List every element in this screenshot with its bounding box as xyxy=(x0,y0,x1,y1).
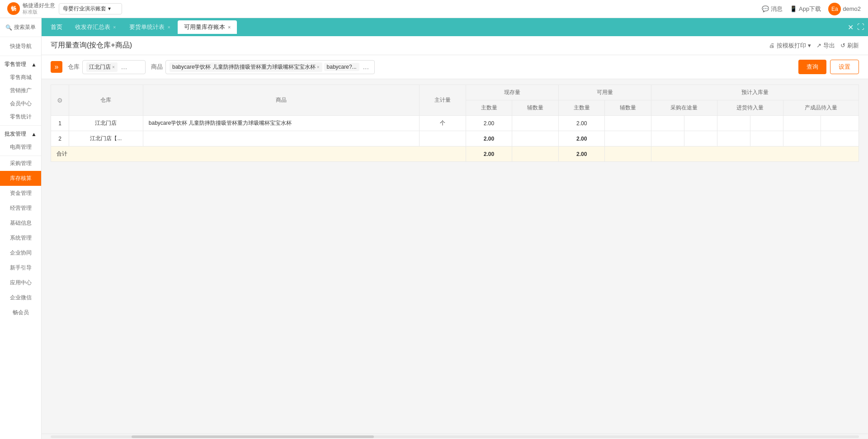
td-index-2: 2 xyxy=(51,131,69,146)
sidebar-item-app-center[interactable]: 应用中心 xyxy=(0,275,41,290)
table-row: 2 江北门店【... 2.00 2.00 xyxy=(51,131,859,146)
sidebar-item-inventory[interactable]: 库存核算 xyxy=(0,171,41,186)
sidebar-item-finance[interactable]: 资金管理 xyxy=(0,186,41,201)
sidebar-item-ecommerce[interactable]: 电商管理 xyxy=(0,141,41,154)
avatar: Ea xyxy=(828,3,841,15)
search-menu-label: 搜索菜单 xyxy=(14,24,36,31)
export-btn[interactable]: ↗ 导出 xyxy=(816,42,835,50)
sidebar-header-retail[interactable]: 零售管理 ▲ xyxy=(0,58,41,71)
top-bar: 畅 畅捷通好生意 标准版 母婴行业演示账套 ▾ 💬 消息 📱 App下载 Ea … xyxy=(0,0,868,18)
td-stock-main-2: 2.00 xyxy=(466,131,512,146)
setting-button[interactable]: 设置 xyxy=(830,60,859,74)
sidebar-item-system[interactable]: 系统管理 xyxy=(0,231,41,245)
scrollbar-area xyxy=(42,434,868,439)
message-icon: 💬 xyxy=(762,5,769,12)
table-footer: 合计 2.00 2.00 xyxy=(51,146,859,162)
th-incoming: 进货待入量 xyxy=(717,100,783,116)
retail-mgmt-label: 零售管理 xyxy=(5,61,26,68)
sidebar-item-members[interactable]: 会员中心 xyxy=(0,97,41,110)
sidebar-item-quick-nav[interactable]: 快捷导航 xyxy=(0,40,41,53)
footer-stock-aux xyxy=(512,146,559,162)
footer-empty xyxy=(651,146,859,162)
expand-filter-btn[interactable]: » xyxy=(51,61,62,73)
user-area[interactable]: Ea demo2 xyxy=(828,3,861,15)
th-group-available: 可用量 xyxy=(558,85,651,100)
refresh-btn[interactable]: ↺ 刷新 xyxy=(840,42,859,50)
footer-avail-main: 2.00 xyxy=(558,146,605,162)
tab-home[interactable]: 首页 xyxy=(45,20,68,34)
data-table: ⚙ 仓库 商品 主计量 现存量 可用量 预计入库量 主数量 辅数量 主数量 辅数… xyxy=(51,85,859,162)
query-button[interactable]: 查询 xyxy=(798,60,826,74)
print-btn[interactable]: 🖨 按模板打印 ▾ xyxy=(769,42,811,50)
top-bar-right: 💬 消息 📱 App下载 Ea demo2 xyxy=(762,3,861,15)
product-tag1: babycare学饮杯 儿童防摔防撞吸管杯重力球吸嘴杯宝宝水杯 × xyxy=(170,62,322,72)
td-unit-1: 个 xyxy=(420,116,466,131)
sidebar-item-new-guide[interactable]: 新手引导 xyxy=(0,260,41,275)
product-filter: 商品 babycare学饮杯 儿童防摔防撞吸管杯重力球吸嘴杯宝宝水杯 × bab… xyxy=(151,60,375,74)
th-production: 产成品待入量 xyxy=(783,100,859,116)
page-header-actions: 🖨 按模板打印 ▾ ↗ 导出 ↺ 刷新 xyxy=(769,42,859,50)
content-area: 首页 收发存汇总表 × 要货单统计表 × 可用量库存账本 × ✕ ⛶ xyxy=(42,18,868,439)
tab-close-receivables[interactable]: × xyxy=(113,24,116,30)
top-bar-left: 畅 畅捷通好生意 标准版 母婴行业演示账套 ▾ xyxy=(7,2,122,15)
footer-label: 合计 xyxy=(51,146,466,162)
warehouse-tag: 江北门店 × xyxy=(86,62,118,72)
th-group-forecast: 预计入库量 xyxy=(651,85,859,100)
td-pur-main-2 xyxy=(684,131,717,146)
horizontal-scrollbar-track[interactable] xyxy=(51,435,859,438)
tab-bar: 首页 收发存汇总表 × 要货单统计表 × 可用量库存账本 × ✕ ⛶ xyxy=(42,18,868,36)
td-inc-aux-1 xyxy=(821,116,859,131)
td-product-2 xyxy=(143,131,419,146)
th-gear[interactable]: ⚙ xyxy=(51,85,69,116)
app-download-btn[interactable]: 📱 App下载 xyxy=(790,5,821,13)
tab-available-stock[interactable]: 可用量库存账本 × xyxy=(178,20,237,34)
quick-nav-label: 快捷导航 xyxy=(10,43,32,49)
chevron-down-icon: ▾ xyxy=(108,5,111,12)
export-label: 导出 xyxy=(823,42,835,50)
sidebar-item-operations[interactable]: 经营管理 xyxy=(0,201,41,216)
tab-bar-right: ✕ ⛶ xyxy=(848,23,864,32)
product-more-icon[interactable]: ... xyxy=(363,63,369,71)
sidebar-section-wholesale: 批发管理 ▲ 电商管理 xyxy=(0,126,41,156)
td-pur-sub-1 xyxy=(651,116,684,131)
th-unit: 主计量 xyxy=(420,85,466,116)
username: demo2 xyxy=(843,5,861,12)
td-pur-aux-2 xyxy=(717,131,750,146)
horizontal-scrollbar-thumb[interactable] xyxy=(132,435,374,438)
store-selector[interactable]: 母婴行业演示账套 ▾ xyxy=(59,3,122,14)
logo-text-area: 畅捷通好生意 标准版 xyxy=(23,2,55,15)
sidebar-item-enterprise[interactable]: 企业协同 xyxy=(0,245,41,260)
sidebar-item-retail-stats[interactable]: 零售统计 xyxy=(0,110,41,123)
sidebar-item-wechat[interactable]: 企业微信 xyxy=(0,290,41,305)
warehouse-tag-close[interactable]: × xyxy=(112,65,115,70)
message-btn[interactable]: 💬 消息 xyxy=(762,5,783,13)
sidebar-item-marketing[interactable]: 营销推广 xyxy=(0,84,41,97)
sidebar-item-basic-info[interactable]: 基础信息 xyxy=(0,216,41,231)
refresh-label: 刷新 xyxy=(847,42,859,50)
collapse-icon2: ▲ xyxy=(31,131,37,137)
product-input[interactable]: babycare学饮杯 儿童防摔防撞吸管杯重力球吸嘴杯宝宝水杯 × babyca… xyxy=(165,60,375,74)
close-window-icon[interactable]: ✕ xyxy=(848,23,854,32)
search-menu-btn[interactable]: 🔍 搜索菜单 xyxy=(4,22,38,33)
th-stock-main: 主数量 xyxy=(466,100,512,116)
tab-receivables-label: 收发存汇总表 xyxy=(75,23,110,31)
page-title: 可用量查询(按仓库+商品) xyxy=(51,41,132,50)
tab-close-purchase-stats[interactable]: × xyxy=(167,24,170,30)
td-avail-main-1: 2.00 xyxy=(558,116,605,131)
product-label: 商品 xyxy=(151,63,163,71)
sidebar-item-retail-mall[interactable]: 零售商城 xyxy=(0,71,41,84)
sidebar-header-wholesale[interactable]: 批发管理 ▲ xyxy=(0,127,41,141)
logo-icon: 畅 xyxy=(7,2,20,15)
warehouse-input[interactable]: 江北门店 × ... xyxy=(82,60,146,74)
th-avail-main: 主数量 xyxy=(558,100,605,116)
product-tag1-close[interactable]: × xyxy=(317,65,320,70)
sidebar-item-member-plus[interactable]: 畅会员 xyxy=(0,305,41,320)
tab-receivables[interactable]: 收发存汇总表 × xyxy=(69,20,122,34)
warehouse-more-icon[interactable]: ... xyxy=(121,63,127,71)
logo-text: 畅捷通好生意 xyxy=(23,2,55,9)
expand-window-icon[interactable]: ⛶ xyxy=(857,23,864,31)
td-avail-main-2: 2.00 xyxy=(558,131,605,146)
tab-purchase-stats[interactable]: 要货单统计表 × xyxy=(123,20,176,34)
sidebar-item-purchase[interactable]: 采购管理 xyxy=(0,156,41,171)
tab-close-available-stock[interactable]: × xyxy=(228,24,231,30)
